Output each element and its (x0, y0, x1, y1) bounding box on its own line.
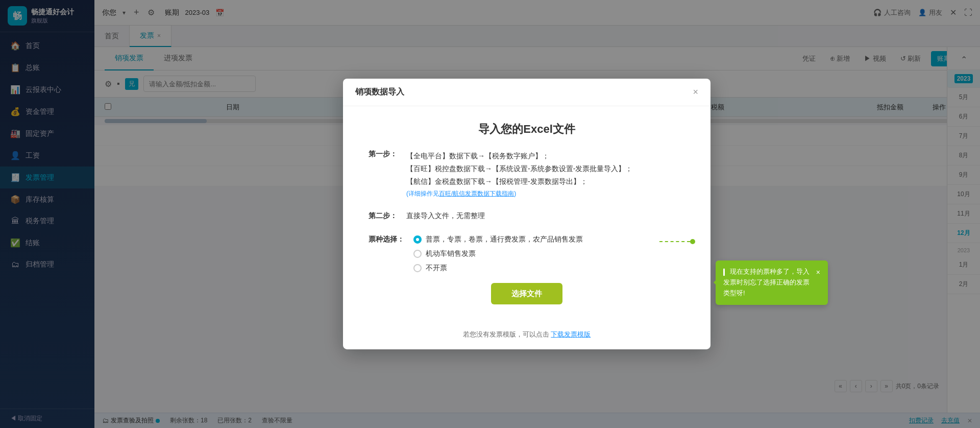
step1-line-2: 【百旺】税控盘数据下载→【系统设置-系统参数设置-发票批量导入】； (406, 162, 632, 175)
step1-line-3: 【航信】金税盘数据下载→【报税管理-发票数据导出】； (406, 175, 632, 188)
step1-hint-link[interactable]: 百旺/航信发票数据下载指南 (439, 189, 514, 197)
tooltip-connector (659, 239, 695, 244)
step-1: 第一步： 【全电平台】数据下载→【税务数字账户】； 【百旺】税控盘数据下载→【系… (369, 150, 685, 199)
tooltip-text: 现在支持的票种多了，导入发票时别忘了选择正确的发票类型呀! (723, 268, 810, 297)
step1-line-1: 【全电平台】数据下载→【税务数字账户】； (406, 150, 632, 162)
radio-item-1[interactable]: 普票，专票，卷票，通行费发票，农产品销售发票 (413, 235, 583, 244)
ticket-select: 票种选择： 普票，专票，卷票，通行费发票，农产品销售发票 机动车销售发票 不开票 (369, 235, 685, 273)
step1-content: 【全电平台】数据下载→【税务数字账户】； 【百旺】税控盘数据下载→【系统设置-系… (401, 150, 632, 199)
radio-circle-2 (413, 250, 422, 258)
modal-title: 销项数据导入 (355, 87, 404, 98)
step1-hint: (详细操作见百旺/航信发票数据下载指南) (406, 188, 632, 199)
radio-label-1: 普票，专票，卷票，通行费发票，农产品销售发票 (426, 235, 583, 244)
modal-close-button[interactable]: × (693, 87, 698, 98)
modal-main-title: 导入您的Excel文件 (369, 122, 685, 137)
radio-item-3[interactable]: 不开票 (413, 264, 583, 273)
radio-label-3: 不开票 (426, 264, 447, 273)
step-2: 第二步： 直接导入文件，无需整理 (369, 209, 685, 225)
tooltip-bubble: × 现在支持的票种多了，导入发票时别忘了选择正确的发票类型呀! (716, 260, 828, 304)
radio-circle-3 (413, 264, 422, 272)
radio-group: 普票，专票，卷票，通行费发票，农产品销售发票 机动车销售发票 不开票 (408, 235, 583, 273)
download-template-link[interactable]: 下载发票模版 (551, 330, 591, 338)
radio-circle-1 (413, 235, 422, 244)
select-file-button[interactable]: 选择文件 (491, 283, 562, 304)
modal-footer: 若您没有发票模版，可以点击 下载发票模版 (343, 325, 710, 349)
radio-label-2: 机动车销售发票 (426, 249, 476, 258)
step2-label: 第二步： (369, 211, 397, 221)
footer-text: 若您没有发票模版，可以点击 (463, 330, 549, 338)
modal-body: 导入您的Excel文件 第一步： 【全电平台】数据下载→【税务数字账户】； 【百… (343, 106, 710, 325)
tooltip-border (723, 269, 725, 276)
radio-item-2[interactable]: 机动车销售发票 (413, 249, 583, 258)
import-modal: 销项数据导入 × 导入您的Excel文件 第一步： 【全电平台】数据下载→【税务… (343, 79, 710, 349)
step2-content: 直接导入文件，无需整理 (401, 209, 485, 222)
step1-label: 第一步： (369, 150, 397, 195)
ticket-select-label: 票种选择： (369, 235, 404, 244)
modal-header: 销项数据导入 × (343, 79, 710, 106)
tooltip-close-button[interactable]: × (816, 267, 820, 278)
